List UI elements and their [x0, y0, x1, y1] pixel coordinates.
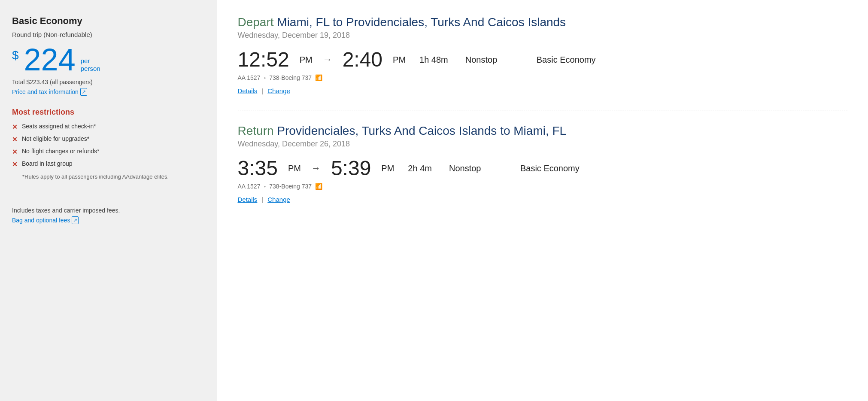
rules-note: *Rules apply to all passengers including…: [12, 173, 205, 181]
restriction-item-2: ✕ Not eligible for upgrades*: [12, 135, 205, 143]
restriction-text-2: Not eligible for upgrades*: [22, 135, 89, 142]
trip-type: Round trip (Non-refundable): [12, 31, 205, 38]
depart-flight-number: AA 1527: [238, 74, 261, 81]
return-arrow-icon: →: [311, 163, 321, 174]
return-change-link[interactable]: Change: [267, 196, 290, 203]
total-price: Total $223.43 (all passengers): [12, 79, 205, 85]
return-links-row: Details | Change: [238, 196, 848, 203]
restriction-item-4: ✕ Board in last group: [12, 160, 205, 168]
restriction-text-3: No flight changes or refunds*: [22, 148, 100, 155]
return-duration: 2h 4m: [408, 164, 432, 173]
depart-nonstop: Nonstop: [465, 55, 513, 65]
left-panel: Basic Economy Round trip (Non-refundable…: [0, 0, 217, 401]
return-cabin: Basic Economy: [520, 164, 580, 173]
section-divider: [238, 110, 848, 110]
bag-external-icon: ↗: [72, 216, 79, 224]
x-icon-4: ✕: [12, 161, 18, 168]
dot-separator: ●: [264, 76, 266, 80]
depart-details-link[interactable]: Details: [238, 87, 258, 94]
return-nonstop: Nonstop: [449, 164, 496, 173]
return-arrive-ampm: PM: [381, 164, 394, 173]
pipe-separator: |: [261, 87, 263, 94]
x-icon-1: ✕: [12, 123, 18, 131]
depart-cabin: Basic Economy: [537, 55, 596, 65]
arrow-icon: →: [323, 54, 332, 65]
restriction-item-3: ✕ No flight changes or refunds*: [12, 148, 205, 156]
return-times-row: 3:35 PM → 5:39 PM 2h 4m Nonstop Basic Ec…: [238, 158, 848, 179]
depart-word: Depart: [238, 15, 274, 29]
return-word: Return: [238, 124, 274, 137]
return-pipe-separator: |: [261, 196, 263, 203]
restriction-text-1: Seats assigned at check-in*: [22, 123, 96, 130]
x-icon-2: ✕: [12, 136, 18, 143]
depart-aircraft: 738-Boeing 737: [269, 74, 312, 81]
per-person-label: perperson: [81, 57, 100, 75]
right-panel: Depart Miami, FL to Providenciales, Turk…: [217, 0, 868, 401]
depart-route: Miami, FL to Providenciales, Turks And C…: [277, 15, 566, 29]
return-flight-number: AA 1527: [238, 183, 261, 190]
bottom-section: Includes taxes and carrier imposed fees.…: [12, 207, 205, 224]
depart-links-row: Details | Change: [238, 87, 848, 94]
depart-date: Wednesday, December 19, 2018: [238, 31, 848, 40]
return-date: Wednesday, December 26, 2018: [238, 140, 848, 149]
x-icon-3: ✕: [12, 148, 18, 156]
depart-times-row: 12:52 PM → 2:40 PM 1h 48m Nonstop Basic …: [238, 49, 848, 70]
return-depart-time: 3:35: [238, 158, 278, 179]
depart-info-row: AA 1527 ● 738-Boeing 737 📶: [238, 74, 848, 81]
return-route: Providenciales, Turks And Caicos Islands…: [277, 124, 566, 137]
depart-ampm: PM: [300, 55, 313, 65]
return-info-row: AA 1527 ● 738-Boeing 737 📶: [238, 183, 848, 190]
return-section: Return Providenciales, Turks And Caicos …: [238, 124, 848, 203]
restriction-text-4: Board in last group: [22, 160, 73, 167]
depart-time: 12:52: [238, 49, 289, 70]
restriction-item-1: ✕ Seats assigned at check-in*: [12, 123, 205, 131]
external-link-icon: ↗: [80, 88, 87, 96]
return-aircraft: 738-Boeing 737: [269, 183, 312, 190]
return-details-link[interactable]: Details: [238, 196, 258, 203]
wifi-icon: 📶: [315, 74, 322, 81]
dollar-sign: $: [12, 44, 19, 61]
return-depart-ampm: PM: [288, 164, 301, 173]
restrictions-title: Most restrictions: [12, 108, 205, 117]
price-row: $ 224 perperson: [12, 44, 205, 75]
price-tax-link[interactable]: Price and tax information ↗: [12, 88, 87, 96]
return-header: Return Providenciales, Turks And Caicos …: [238, 124, 848, 138]
return-dot-separator: ●: [264, 185, 266, 188]
depart-header: Depart Miami, FL to Providenciales, Turk…: [238, 15, 848, 29]
arrive-time: 2:40: [343, 49, 382, 70]
depart-duration: 1h 48m: [419, 55, 448, 65]
return-arrive-time: 5:39: [331, 158, 371, 179]
depart-change-link[interactable]: Change: [267, 87, 290, 94]
fare-class-title: Basic Economy: [12, 15, 205, 27]
return-wifi-icon: 📶: [315, 183, 322, 190]
includes-text: Includes taxes and carrier imposed fees.: [12, 207, 205, 214]
depart-section: Depart Miami, FL to Providenciales, Turk…: [238, 15, 848, 94]
bag-fees-link[interactable]: Bag and optional fees ↗: [12, 216, 79, 224]
arrive-ampm: PM: [393, 55, 406, 65]
price-amount: 224: [24, 44, 76, 75]
